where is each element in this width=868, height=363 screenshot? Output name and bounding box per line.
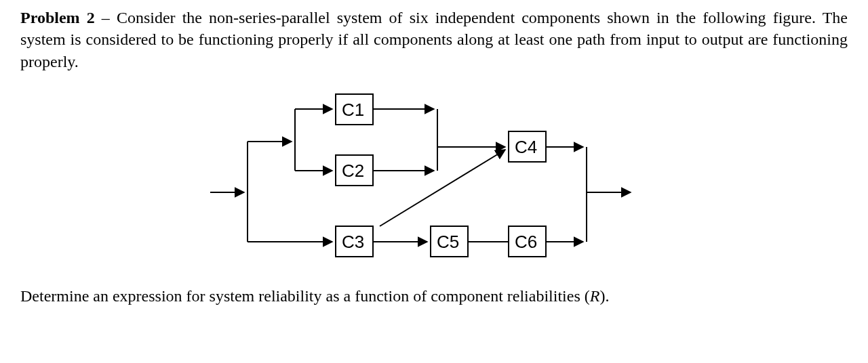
problem-text: Consider the non-series-parallel system … (20, 9, 848, 70)
label-c3: C3 (342, 232, 364, 252)
label-c6: C6 (515, 232, 537, 252)
dash: – (95, 9, 117, 26)
question-text: Determine an expression for system relia… (20, 285, 848, 307)
problem-statement: Problem 2 – Consider the non-series-para… (20, 7, 848, 72)
line-c3-to-c4 (380, 150, 505, 226)
label-c2: C2 (342, 161, 364, 181)
reliability-diagram: C1 C2 C3 C4 C5 C6 (197, 81, 671, 277)
label-c5: C5 (437, 232, 459, 252)
label-c1: C1 (342, 100, 364, 120)
question-var: R (590, 287, 600, 305)
question-post: ). (599, 287, 609, 305)
question-pre: Determine an expression for system relia… (20, 287, 590, 305)
problem-label: Problem 2 (20, 9, 95, 26)
label-c4: C4 (515, 137, 537, 157)
